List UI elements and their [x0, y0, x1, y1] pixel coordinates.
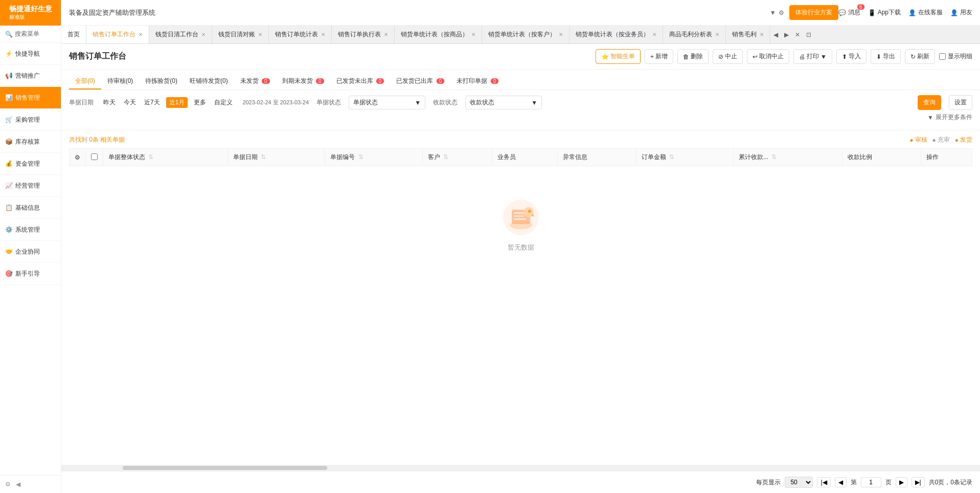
tab-close-icon[interactable]: ✕ [139, 32, 143, 37]
tab-product-stats[interactable]: 销货单统计表（按商品） ✕ [395, 26, 482, 44]
tab-close-icon-2[interactable]: ✕ [201, 32, 206, 37]
date-7days[interactable]: 近7天 [142, 97, 162, 108]
revoke-action-btn[interactable]: ● 充审 [932, 136, 950, 144]
collapse-icon[interactable]: ◀ [16, 481, 20, 488]
sidebar-item-system[interactable]: ⚙️ 系统管理 [0, 219, 61, 241]
tab-sales-margin[interactable]: 销售毛利 ✕ [726, 26, 770, 44]
date-1month[interactable]: 近1月 [166, 97, 188, 108]
sort-icon-0[interactable]: ⇅ [148, 153, 153, 161]
add-btn[interactable]: + 新增 [645, 49, 673, 64]
tab-close-icon-6[interactable]: ✕ [471, 32, 475, 37]
sidebar-item-purchase[interactable]: 🛒 采购管理 [0, 109, 61, 131]
page-suffix: 页 [885, 478, 892, 487]
online-service-btn[interactable]: 👤 在线客服 [908, 8, 943, 17]
settings-icon[interactable]: ⚙ [779, 9, 784, 16]
select-all-checkbox[interactable] [91, 153, 98, 160]
ship-action-btn[interactable]: ● 发货 [955, 136, 972, 144]
prev-page-btn[interactable]: ◀ [835, 477, 847, 487]
tab-customer-stats[interactable]: 销货单统计表（按客户） ✕ [482, 26, 569, 44]
user-btn[interactable]: 👤 用友 [950, 8, 972, 17]
tab-salesperson-stats[interactable]: 销货单统计表（按业务员） ✕ [569, 26, 663, 44]
col-settings[interactable]: ⚙ [70, 149, 86, 166]
filter-settings-btn[interactable]: 设置 [949, 95, 972, 110]
col-checkbox[interactable] [86, 149, 103, 166]
expand-conditions-btn[interactable]: ▼ 展开更多条件 [927, 113, 972, 122]
horizontal-scrollbar[interactable] [61, 465, 980, 471]
sort-icon-2[interactable]: ⇅ [358, 153, 363, 161]
tab-close-icon-5[interactable]: ✕ [384, 32, 388, 37]
first-page-btn[interactable]: |◀ [817, 477, 830, 487]
sort-icon-3[interactable]: ⇅ [443, 153, 448, 161]
date-custom[interactable]: 自定义 [212, 97, 235, 108]
tab-sales-order-workspace[interactable]: 销售订单工作台 ✕ [86, 26, 149, 44]
stop-btn[interactable]: ⊘ 中止 [713, 49, 743, 64]
collab-label: 企业协同 [15, 248, 40, 256]
status-select[interactable]: 单据状态 ▼ [349, 96, 425, 109]
tab-sales-stats[interactable]: 销售订单统计表 ✕ [269, 26, 332, 44]
tab-close-all-btn[interactable]: ✕ [792, 26, 803, 44]
show-detail-checkbox[interactable] [939, 53, 946, 60]
cancel-stop-btn[interactable]: ↩ 取消中止 [747, 49, 789, 64]
tab-next-btn[interactable]: ▶ [781, 26, 792, 44]
export-btn[interactable]: ⬇ 导出 [871, 49, 901, 64]
delete-btn[interactable]: 🗑 删除 [677, 49, 709, 64]
date-today[interactable]: 今天 [122, 97, 138, 108]
date-yesterday[interactable]: 昨天 [101, 97, 118, 108]
sort-icon-1[interactable]: ⇅ [261, 153, 266, 161]
sidebar-item-collab[interactable]: 🤝 企业协同 [0, 241, 61, 263]
sidebar-item-inventory[interactable]: 📦 库存核算 [0, 131, 61, 153]
tab-daily-clear[interactable]: 钱货日清工作台 ✕ [149, 26, 212, 44]
scrollbar-thumb[interactable] [123, 466, 327, 470]
sub-tab-pending-audit[interactable]: 待审核(0) [101, 74, 140, 89]
tab-sales-exec[interactable]: 销售订单执行表 ✕ [332, 26, 395, 44]
tab-margin-analysis[interactable]: 商品毛利分析表 ✕ [663, 26, 726, 44]
sidebar-item-quicknav[interactable]: ⚡ 快捷导航 [0, 43, 61, 65]
sub-tab-shipped-out[interactable]: 已发货已出库 0 [390, 74, 450, 89]
tab-close-icon-4[interactable]: ✕ [321, 32, 325, 37]
dropdown-arrow-icon[interactable]: ▼ [770, 9, 776, 16]
experience-btn[interactable]: 体验行业方案 [789, 5, 838, 20]
tab-prev-btn[interactable]: ◀ [770, 26, 781, 44]
audit-action-btn[interactable]: ● 审核 [909, 136, 927, 144]
sidebar-item-search[interactable]: 🔍 搜索菜单 [0, 26, 61, 43]
date-more[interactable]: 更多 [192, 97, 208, 108]
sidebar-item-operations[interactable]: 📈 经营管理 [0, 175, 61, 197]
sub-tab-pending-pick[interactable]: 待拣验货(0) [139, 74, 184, 89]
refresh-btn[interactable]: ↻ 刷新 [905, 49, 935, 64]
tab-expand-btn[interactable]: ⊡ [803, 26, 814, 44]
sub-tab-all[interactable]: 全部(0) [69, 74, 101, 89]
payment-select[interactable]: 收款状态 ▼ [465, 96, 542, 109]
sidebar-item-basicinfo[interactable]: 📋 基础信息 [0, 197, 61, 219]
page-number-input[interactable] [861, 477, 881, 487]
per-page-select[interactable]: 50 20 100 [785, 477, 813, 488]
import-btn[interactable]: ⬆ 导入 [836, 49, 867, 64]
app-download-btn[interactable]: 📱 App下载 [868, 8, 901, 17]
sidebar-item-finance[interactable]: 💰 资金管理 [0, 153, 61, 175]
tab-close-icon-9[interactable]: ✕ [715, 32, 719, 37]
sort-icon-6[interactable]: ⇅ [669, 153, 674, 161]
sub-tab-unshipped[interactable]: 未发货 0 [234, 74, 276, 89]
sidebar-item-sales[interactable]: 📊 销售管理 [0, 87, 61, 109]
settings-bottom-icon[interactable]: ⚙ [5, 481, 11, 488]
sort-icon-7[interactable]: ⇅ [771, 153, 777, 161]
smart-create-btn[interactable]: ⭐ 智能生单 [596, 49, 641, 64]
sub-tab-shipped-not-out[interactable]: 已发货未出库 0 [330, 74, 391, 89]
sidebar-item-newguide[interactable]: 🎯 新手引导 [0, 263, 61, 285]
message-btn[interactable]: 💬 消息 6 [838, 8, 860, 17]
sub-tab-unprinted[interactable]: 未打印单据 0 [450, 74, 505, 89]
next-page-btn[interactable]: ▶ [896, 477, 907, 487]
sub-tab-overdue-unshipped[interactable]: 到期未发货 0 [276, 74, 330, 89]
query-btn[interactable]: 查询 [918, 95, 941, 110]
tab-close-icon-7[interactable]: ✕ [559, 32, 563, 37]
tab-close-icon-10[interactable]: ✕ [760, 32, 764, 37]
tab-close-icon-3[interactable]: ✕ [258, 32, 262, 37]
print-btn[interactable]: 🖨 打印 ▼ [793, 49, 832, 64]
tab-reconcile[interactable]: 钱货日清对账 ✕ [212, 26, 269, 44]
sub-tab-wangpu-ship[interactable]: 旺铺待发货(0) [184, 74, 234, 89]
tab-home[interactable]: 首页 [61, 26, 86, 44]
message-icon: 💬 [838, 9, 846, 16]
refresh-icon: ↻ [910, 53, 916, 60]
last-page-btn[interactable]: ▶| [911, 477, 925, 487]
tab-close-icon-8[interactable]: ✕ [652, 32, 656, 37]
sidebar-item-marketing[interactable]: 📢 营销推广 [0, 65, 61, 87]
